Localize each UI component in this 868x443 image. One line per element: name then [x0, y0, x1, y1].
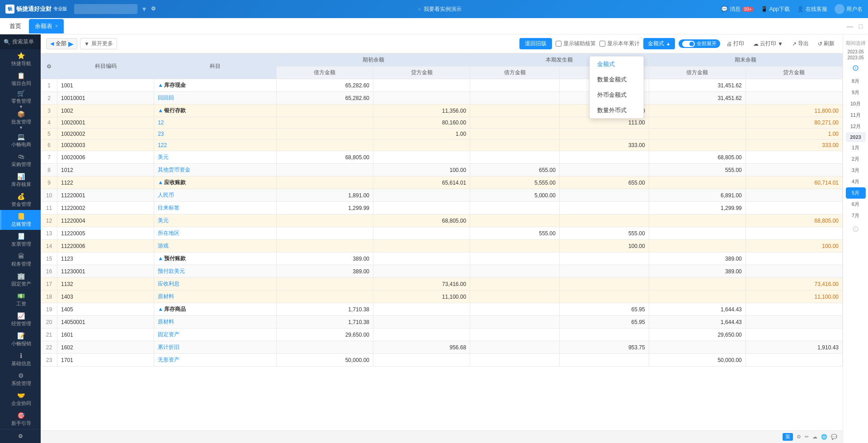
table-row[interactable]: 6 10020003 122 333.00 333.00 — [41, 140, 843, 151]
show-aux-checkbox[interactable] — [556, 41, 561, 47]
account-link[interactable]: 应收利息 — [158, 281, 179, 287]
format-option-0[interactable]: 金额式 — [590, 57, 643, 72]
account-link[interactable]: 23 — [158, 131, 164, 137]
month-btn[interactable]: 6月 — [846, 199, 866, 210]
month-btn[interactable]: 4月 — [846, 176, 866, 187]
settings-icon[interactable]: ⚙ — [151, 5, 158, 13]
expand-up-icon[interactable]: ⊙ — [852, 63, 859, 73]
table-row[interactable]: 7 10020006 美元 68,805.00 68,805.00 — [41, 151, 843, 164]
dropdown-arrow[interactable]: ▼ — [141, 5, 147, 13]
account-link[interactable]: 原材料 — [158, 293, 174, 300]
table-row[interactable]: 17 1132 应收利息 73,416.00 73,416.00 — [41, 278, 843, 291]
account-link[interactable]: 累计折旧 — [158, 344, 179, 350]
account-link[interactable]: 122 — [158, 142, 167, 148]
settings-bottom-icon[interactable]: ⚙ — [797, 434, 801, 440]
sidebar-item-purchase[interactable]: 🛍 采购管理 — [0, 150, 41, 170]
sidebar-item-inventory[interactable]: 📊 库存核算 — [0, 170, 41, 190]
show-aux-label[interactable]: 显示辅助核算 — [556, 40, 596, 48]
table-row[interactable]: 5 10020002 23 1.00 1.00 — [41, 129, 843, 140]
maximize-button[interactable]: □ — [857, 23, 864, 30]
expand-row-icon[interactable]: ▲ — [158, 82, 163, 88]
account-link[interactable]: 原材料 — [158, 319, 174, 325]
table-row[interactable]: 18 1403 原材料 11,100.00 11,100.00 — [41, 291, 843, 303]
sidebar-settings-icon[interactable]: ⚙ — [18, 433, 23, 439]
account-link[interactable]: 12 — [158, 119, 164, 126]
format-btn[interactable]: 金额式 ▲ — [643, 38, 675, 49]
expand-row-icon[interactable]: ▲ — [158, 107, 163, 114]
show-year-label[interactable]: 显示本年累计 — [599, 40, 640, 48]
account-link[interactable]: 无形资产 — [158, 357, 179, 363]
table-row[interactable]: 22 1602 累计折旧 956.68 953.75 1,910.43 — [41, 341, 843, 354]
sidebar-item-system[interactable]: ⚙ 系统管理 — [0, 369, 41, 389]
table-row[interactable]: 13 11220005 所在地区 555.00 555.00 — [41, 227, 843, 240]
account-link[interactable]: 游戏 — [158, 243, 169, 249]
edit-icon[interactable]: ✏ — [805, 434, 809, 440]
table-row[interactable]: 1 1001 ▲库存现金 65,282.60 31,451.62 — [41, 79, 843, 92]
expand-row-icon[interactable]: ▲ — [158, 306, 163, 312]
sidebar-item-coop[interactable]: 🤝 企业协同 — [0, 389, 41, 409]
table-row[interactable]: 23 1701 无形资产 50,000.00 50,000.00 — [41, 354, 843, 367]
table-row[interactable]: 19 1405 ▲库存商品 1,710.38 65.95 1,644.43 — [41, 303, 843, 316]
account-link[interactable]: 美元 — [158, 154, 169, 160]
return-old-btn[interactable]: 退回旧版 — [519, 38, 552, 49]
month-btn[interactable]: 10月 — [846, 98, 866, 110]
format-option-3[interactable]: 数量外币式 — [590, 103, 643, 118]
sidebar-item-accounting[interactable]: 📒 总账管理 — [0, 210, 41, 230]
month-btn[interactable]: 11月 — [846, 110, 866, 121]
month-btn[interactable]: 2月 — [846, 153, 866, 165]
format-option-1[interactable]: 数量金额式 — [590, 72, 643, 87]
month-btn[interactable]: 7月 — [846, 210, 866, 221]
table-row[interactable]: 12 11220004 美元 68,805.00 68,805.00 — [41, 214, 843, 227]
month-btn[interactable]: 8月 — [846, 76, 866, 87]
table-row[interactable]: 21 1601 固定资产 29,650.00 29,650.00 — [41, 329, 843, 341]
account-link[interactable]: 所在地区 — [158, 230, 179, 236]
table-row[interactable]: 3 1002 ▲银行存款 11,356.00 444.00 11,800.00 — [41, 105, 843, 117]
account-link[interactable]: 回回回 — [158, 95, 174, 101]
month-btn[interactable]: 1月 — [846, 142, 866, 153]
account-link[interactable]: 人民币 — [158, 192, 174, 198]
table-row[interactable]: 9 1122 ▲应收账款 65,614.01 5,555.00 655.00 6… — [41, 176, 843, 189]
app-download-btn[interactable]: 📱 App下载 — [761, 5, 790, 13]
expand-all-toggle[interactable]: 全部展开 — [679, 39, 720, 48]
expand-down-icon[interactable]: ⊙ — [852, 224, 859, 234]
sidebar-item-guide[interactable]: 🎯 新手引导 — [0, 409, 41, 429]
table-row[interactable]: 16 11230001 预付款美元 389.00 389.00 — [41, 265, 843, 278]
refresh-btn[interactable]: ↺ 刷新 — [815, 38, 837, 49]
sidebar-item-operations[interactable]: 📈 经营管理 — [0, 310, 41, 329]
sidebar-item-tax[interactable]: 🏛 税务管理 — [0, 250, 41, 270]
table-row[interactable]: 2 10010001 回回回 65,282.60 31,451.62 — [41, 92, 843, 105]
toggle-pill[interactable] — [682, 41, 695, 47]
minimize-button[interactable]: — — [846, 23, 854, 30]
sidebar-item-invoice[interactable]: 🧾 发票管理 — [0, 230, 41, 250]
sidebar-item-payroll[interactable]: 💵 工资 — [0, 290, 41, 310]
account-link[interactable]: 固定资产 — [158, 331, 179, 338]
expand-row-icon[interactable]: ▲ — [158, 179, 163, 186]
print-btn[interactable]: 🖨 打印 — [724, 38, 747, 49]
sidebar-item-retail[interactable]: 🛒 零售管理 ▼ — [0, 89, 41, 110]
table-row[interactable]: 14 11220006 游戏 100.00 100.00 — [41, 240, 843, 252]
sidebar-item-ecommerce[interactable]: 💻 小畅电商 — [0, 130, 41, 150]
table-row[interactable]: 8 1012 其他货币资金 100.00 655.00 555.00 — [41, 164, 843, 176]
format-option-2[interactable]: 外币金额式 — [590, 87, 643, 103]
expand-more-btn[interactable]: ▼ 展开更多 — [80, 38, 117, 49]
table-row[interactable]: 20 14050001 原材料 1,710.38 65.95 1,644.43 — [41, 316, 843, 329]
sidebar-item-project[interactable]: 📋 项目合同 — [0, 69, 41, 89]
user-btn[interactable]: 用户名 — [835, 4, 863, 14]
account-link[interactable]: 美元 — [158, 217, 169, 224]
tab-home[interactable]: 首页 — [4, 19, 27, 33]
sidebar-bottom[interactable]: ⚙ — [0, 429, 41, 443]
sidebar-item-quicknav[interactable]: ⭐ 快捷导航 — [0, 49, 41, 69]
month-btn[interactable]: 5月 — [846, 187, 866, 199]
all-filter[interactable]: ◀ 全部 ▶ — [46, 38, 77, 49]
account-link[interactable]: 往来标签 — [158, 205, 179, 211]
month-btn[interactable]: 9月 — [846, 87, 866, 98]
lang-btn[interactable]: 英 — [783, 433, 793, 441]
sidebar-item-base[interactable]: ℹ 基础信息 — [0, 349, 41, 369]
sidebar-item-assets[interactable]: 🏢 固定资产 — [0, 270, 41, 290]
month-btn[interactable]: 12月 — [846, 121, 866, 132]
message-btn[interactable]: 💬 消息 99+ — [721, 5, 754, 13]
sidebar-item-sales[interactable]: 📝 小畅报销 — [0, 329, 41, 349]
network-icon[interactable]: 🌐 — [821, 434, 827, 440]
cloud-print-btn[interactable]: ☁ 云打印 ▼ — [750, 38, 786, 49]
account-link[interactable]: 其他货币资金 — [158, 167, 190, 173]
